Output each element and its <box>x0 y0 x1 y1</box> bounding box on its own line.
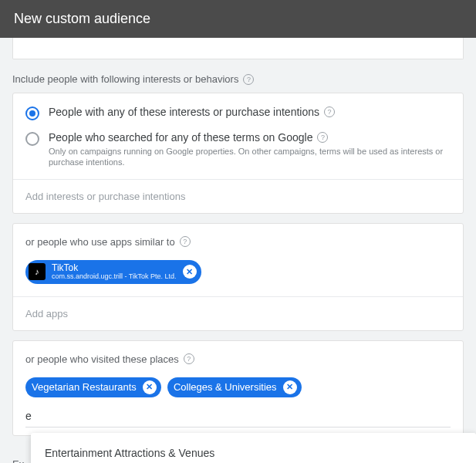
chip-sub: com.ss.android.ugc.trill - TikTok Pte. L… <box>52 273 177 281</box>
place-chip-colleges[interactable]: Colleges & Universities ✕ <box>167 377 302 397</box>
place-chip-vegetarian[interactable]: Vegetarian Restaurants ✕ <box>25 377 161 397</box>
help-icon[interactable]: ? <box>243 74 254 85</box>
radio-search[interactable] <box>25 132 39 146</box>
interests-card: People with any of these interests or pu… <box>12 93 464 214</box>
close-icon[interactable]: ✕ <box>143 380 157 394</box>
radio-interests-label: People with any of these interests or pu… <box>49 106 319 118</box>
radio-interests-row[interactable]: People with any of these interests or pu… <box>25 106 451 120</box>
chip-title: TikTok <box>52 263 177 273</box>
apps-input[interactable]: Add apps <box>13 296 463 330</box>
places-autocomplete-dropdown: Entertainment Attractions & Venues Busin… <box>31 433 476 463</box>
places-label: or people who visited these places <box>25 353 179 365</box>
radio-search-row[interactable]: People who searched for any of these ter… <box>25 131 451 168</box>
help-icon[interactable]: ? <box>180 236 191 247</box>
places-input[interactable]: e <box>25 410 451 428</box>
modal-header: New custom audience <box>0 0 476 38</box>
close-icon[interactable]: ✕ <box>183 265 197 279</box>
close-icon[interactable]: ✕ <box>283 380 297 394</box>
apps-card: or people who use apps similar to ? ♪ Ti… <box>12 223 464 331</box>
expand-fragment: Ex <box>12 458 24 463</box>
include-label: Include people with following interests … <box>0 64 476 93</box>
radio-search-sub: Only on campaigns running on Google prop… <box>49 146 451 168</box>
chip-label: Colleges & Universities <box>174 381 277 393</box>
tiktok-icon: ♪ <box>29 263 46 280</box>
modal-title: New custom audience <box>14 11 150 26</box>
radio-search-label: People who searched for any of these ter… <box>49 131 312 144</box>
apps-label: or people who use apps similar to <box>25 236 175 248</box>
radio-interests[interactable] <box>25 106 39 120</box>
dropdown-item[interactable]: Entertainment Attractions & Venues <box>31 439 476 463</box>
collapsed-section <box>12 38 464 59</box>
chip-label: Vegetarian Restaurants <box>32 381 137 393</box>
interests-input[interactable]: Add interests or purchase intentions <box>13 179 463 213</box>
app-chip-tiktok[interactable]: ♪ TikTok com.ss.android.ugc.trill - TikT… <box>25 260 201 284</box>
help-icon[interactable]: ? <box>317 132 328 143</box>
help-icon[interactable]: ? <box>324 106 335 117</box>
help-icon[interactable]: ? <box>184 353 194 364</box>
places-card: or people who visited these places ? Veg… <box>12 340 464 436</box>
